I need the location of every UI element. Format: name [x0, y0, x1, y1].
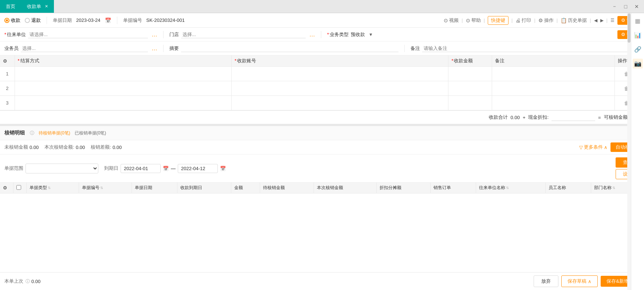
sidebar-link-icon[interactable]: 🔗	[633, 44, 643, 54]
summary-input[interactable]	[181, 45, 398, 52]
refund-radio[interactable]: 退款	[25, 17, 41, 24]
close-button[interactable]: ✕	[632, 3, 641, 10]
row-3-settlement[interactable]	[15, 96, 231, 110]
diff-stat: 核销差额: 0.00	[91, 144, 122, 150]
date-from-input[interactable]	[121, 164, 161, 173]
bottom-table-area: ⚙ 单据类型⇅ 单据编号⇅ 单据日期 收款到期日 金额 待核销金额 本次核销金额…	[0, 183, 644, 272]
history-icon: 📋	[561, 17, 567, 23]
nav-next-btn[interactable]: ▶	[600, 18, 604, 23]
store-input[interactable]	[181, 31, 306, 38]
more-conditions-btn[interactable]: ▽ 更多条件 ∧	[579, 144, 608, 150]
select-all-checkbox[interactable]	[16, 185, 21, 190]
unverified-label: 未核销金额	[4, 144, 28, 150]
nav-prev-btn[interactable]: ◀	[594, 18, 597, 23]
row-3-account[interactable]	[231, 96, 448, 110]
discard-button[interactable]: 放弃	[534, 275, 558, 287]
right-sidebar: ▦ 📊 🔗 📷	[631, 13, 644, 290]
quickkey-btn[interactable]: 快捷键	[488, 16, 508, 25]
sidebar-camera-icon[interactable]: 📷	[633, 59, 643, 68]
row-2-settlement[interactable]	[15, 81, 231, 96]
footer-actions: 放弃 保存草稿 ∧ 保存&新增 ∧	[534, 275, 640, 287]
form-divider-4	[404, 45, 405, 52]
col-gear[interactable]: ⚙	[0, 55, 15, 67]
calendar-to-icon[interactable]: 📅	[220, 166, 226, 171]
row-1-settlement[interactable]	[15, 67, 231, 81]
tab-home[interactable]: 首页	[0, 0, 21, 13]
form-row-1: 往来单位 … 门店 … 业务类型 预收款 ▼ ⚙ 设置	[0, 28, 644, 42]
tab-close-icon[interactable]: ✕	[45, 4, 48, 9]
sidebar-chart-icon[interactable]: 📊	[633, 30, 643, 40]
operation-btn[interactable]: ⚙ 操作	[538, 17, 554, 24]
business-type-label: 业务类型	[327, 31, 349, 38]
receipt-radio[interactable]: 收款	[4, 17, 20, 24]
quickkey-label: 快捷键	[491, 17, 505, 24]
video-btn[interactable]: ⊙ 视频	[444, 17, 459, 24]
counterparty-input[interactable]	[28, 31, 148, 38]
calendar-from-icon[interactable]: 📅	[163, 166, 169, 171]
tab-receipt[interactable]: 收款单 ✕	[21, 0, 54, 13]
counterparty-more-icon[interactable]: …	[152, 31, 157, 38]
col-doc-num: 单据编号⇅	[79, 183, 132, 193]
verification-section-header: 核销明细 ⓘ 待核销单据(0笔) 已核销单据(0笔)	[0, 125, 644, 140]
salesperson-input[interactable]	[21, 45, 148, 52]
sidebar-table-icon[interactable]: ▦	[633, 16, 642, 26]
row-3-amount[interactable]	[448, 96, 492, 110]
scroll-area[interactable]	[627, 13, 631, 290]
discount-input[interactable]	[551, 114, 595, 121]
maximize-button[interactable]: □	[622, 3, 629, 10]
history-btn[interactable]: 📋 历史单据	[561, 17, 587, 24]
history-label: 历史单据	[568, 17, 587, 24]
video-icon: ⊙	[444, 17, 448, 23]
date-to-input[interactable]	[178, 164, 218, 173]
discard-label: 放弃	[541, 278, 551, 284]
home-tab-label: 首页	[6, 3, 15, 10]
range-label: 单据范围	[4, 165, 23, 172]
gear-icon: ⚙	[3, 58, 7, 64]
remark-input[interactable]	[422, 45, 640, 52]
footer: 本单上次 ⓘ 0.00 放弃 保存草稿 ∧ 保存&新增 ∧	[0, 272, 644, 290]
operation-icon: ⚙	[538, 17, 543, 23]
help-label: 帮助	[471, 17, 481, 24]
row-1-amount[interactable]	[448, 67, 492, 81]
save-draft-button[interactable]: 保存草稿 ∧	[561, 275, 598, 287]
current-label: 本次核销金额:	[44, 144, 74, 150]
print-btn[interactable]: 🖨 打印	[515, 17, 531, 24]
col-pending-amount: 待核销金额	[260, 183, 314, 193]
footer-info-icon[interactable]: ⓘ	[25, 278, 30, 285]
window-controls: － □ ✕	[610, 3, 644, 11]
col-gear-bottom[interactable]: ⚙	[0, 183, 13, 193]
salesperson-field: 业务员 …	[4, 45, 157, 52]
scroll-thumb[interactable]	[628, 13, 631, 43]
col-doc-date: 单据日期	[131, 183, 177, 193]
minimize-button[interactable]: －	[610, 3, 619, 11]
calendar-icon[interactable]: 📅	[105, 17, 111, 23]
done-tag[interactable]: 已核销单据(0笔)	[75, 130, 106, 136]
diff-label: 核销差额:	[91, 144, 111, 150]
verification-info-icon[interactable]: ⓘ	[30, 130, 34, 136]
verification-table: ⚙ 单据类型⇅ 单据编号⇅ 单据日期 收款到期日 金额 待核销金额 本次核销金额…	[0, 183, 644, 193]
sort-dept[interactable]: ⇅	[612, 186, 615, 190]
row-2-remark[interactable]	[492, 81, 615, 96]
row-3-remark[interactable]	[492, 96, 615, 110]
row-2-amount[interactable]	[448, 81, 492, 96]
row-1-remark[interactable]	[492, 67, 615, 81]
help-icon: ⊙	[466, 17, 470, 23]
row-num-1: 1	[0, 67, 15, 81]
sort-counterparty[interactable]: ⇅	[506, 186, 509, 190]
sort-doc-num[interactable]: ⇅	[100, 186, 103, 190]
table-row: 2 🗑 ⧉	[0, 81, 644, 96]
summary-row: 收款合计 0.00 + 现金折扣: = 可核销金额 0.00	[0, 111, 644, 125]
range-select[interactable]	[25, 164, 98, 173]
col-account: 收款账号	[231, 55, 448, 67]
help-btn[interactable]: ⊙ 帮助	[466, 17, 481, 24]
business-type-chevron[interactable]: ▼	[369, 32, 373, 37]
sort-doc-type[interactable]: ⇅	[48, 186, 51, 190]
row-2-account[interactable]	[231, 81, 448, 96]
salesperson-more-icon[interactable]: …	[152, 45, 157, 52]
layout-btn[interactable]: ☰	[610, 18, 614, 23]
store-more-icon[interactable]: …	[309, 31, 315, 38]
verification-title: 核销明细	[4, 130, 25, 136]
form-settings-icon: ⚙	[621, 32, 625, 37]
pending-tag[interactable]: 待核销单据(0笔)	[39, 130, 70, 136]
row-1-account[interactable]	[231, 67, 448, 81]
